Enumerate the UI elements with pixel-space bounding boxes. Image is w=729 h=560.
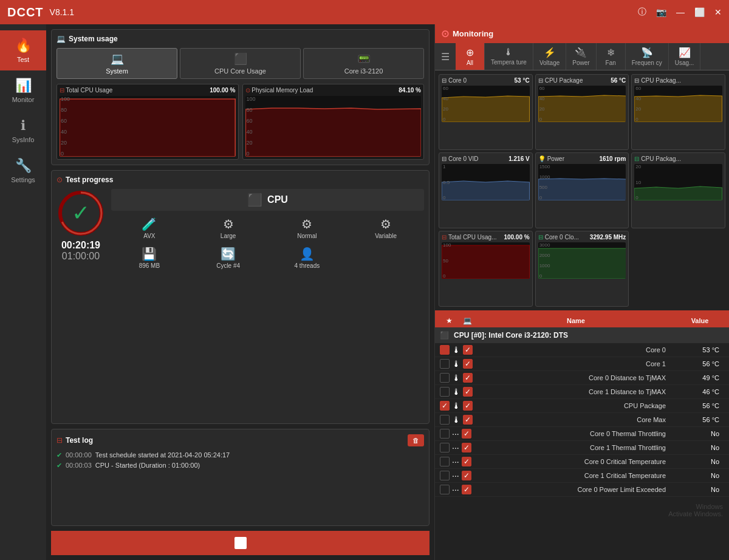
stop-icon (234, 537, 247, 549)
row-dots-icon-7: ··· (452, 443, 459, 452)
mini-chart-cpu-package-green: ⊟ CPU Packag... 20100 (631, 152, 725, 228)
mon-tab-temperature[interactable]: 🌡 Tempera ture (485, 43, 533, 70)
power-value: 1610 rpm (599, 155, 626, 162)
sidebar-item-label: Monitor (12, 96, 35, 103)
row-star-8[interactable] (440, 457, 450, 466)
monitor-icon: 📊 (15, 78, 32, 94)
row-temp-icon-0: 🌡 (452, 345, 460, 355)
mon-tab-frequency[interactable]: 📡 Frequen cy (626, 43, 669, 70)
sidebar-item-test[interactable]: 🔥 Test (0, 30, 46, 70)
row-temp-icon-1: 🌡 (452, 359, 460, 369)
row-check-4[interactable]: ✓ (463, 401, 473, 411)
table-row: ··· ✓ Core 0 Critical Temperature No (435, 455, 729, 469)
freq-tab-label: Frequen cy (632, 60, 662, 66)
monitoring-title: Monitoring (453, 29, 493, 38)
test-progress-title: Test progress (66, 176, 113, 184)
row-star-0[interactable] (440, 345, 450, 355)
screenshot-button[interactable]: 📷 (656, 7, 666, 17)
test-log-title: Test log (66, 436, 93, 445)
row-check-9[interactable]: ✓ (462, 471, 471, 480)
mon-tab-voltage[interactable]: ⚡ Voltage (533, 43, 566, 70)
cpu-package2-name: ⊟ CPU Packag... (634, 77, 681, 84)
table-row: ··· ✓ Core 1 Thermal Throttling No (435, 441, 729, 455)
temp-tab-icon: 🌡 (504, 47, 513, 58)
row-star-3[interactable] (440, 387, 450, 397)
param-large: ⚙ Large (190, 214, 267, 242)
minimize-button[interactable]: — (676, 7, 685, 17)
name-col-header: Name (476, 317, 676, 324)
total-cpu-y-labels: 100500 (443, 242, 451, 279)
param-variable: ⚙ Variable (347, 214, 424, 242)
mon-tab-fan[interactable]: ❄ Fan (597, 43, 626, 70)
monitoring-header: ⊙ Monitoring (435, 24, 729, 43)
right-panel: ⊙ Monitoring ☰ ⊕ All 🌡 Tempera ture ⚡ Vo… (435, 24, 729, 560)
test-icon: 🔥 (15, 38, 32, 53)
mini-chart-total-cpu-header: ⊟ Total CPU Usag... 100.00 % (442, 234, 530, 241)
stop-button[interactable] (51, 531, 430, 555)
tab-cpu-core-usage[interactable]: ⬛ CPU Core Usage (180, 48, 301, 79)
core0-vid-chart-area: 10.50 (442, 164, 530, 200)
sidebar-item-settings[interactable]: 🔧 Settings (0, 151, 46, 191)
mini-chart-core0: ⊟ Core 0 53 °C 6040200 (439, 74, 533, 150)
tab-core-i3[interactable]: 📟 Core i3-2120 (303, 48, 424, 79)
row-star-9[interactable] (440, 471, 450, 480)
monitoring-table: ⬛ CPU [#0]: Intel Core i3-2120: DTS 🌡 ✓ … (435, 327, 729, 560)
table-row: 🌡 ✓ Core Max 56 °C (435, 413, 729, 427)
row-star-2[interactable] (440, 373, 450, 383)
row-temp-icon-4: 🌡 (452, 401, 460, 411)
tab-system[interactable]: 💻 System (56, 48, 177, 79)
mon-tab-all[interactable]: ⊕ All (456, 43, 485, 70)
cpu-usage-chart: ⊟ Total CPU Usage 100.00 % 100806040200 (56, 84, 239, 160)
row-check-6[interactable]: ✓ (462, 429, 471, 439)
log-ok-icon-1: ✔ (56, 462, 62, 470)
core0-y-labels: 6040200 (443, 86, 448, 122)
row-check-0[interactable]: ✓ (463, 345, 473, 355)
row-check-7[interactable]: ✓ (462, 443, 471, 452)
row-star-4[interactable]: ✓ (440, 401, 450, 411)
row-check-1[interactable]: ✓ (463, 359, 473, 369)
cpu-package-y-labels: 6040200 (539, 86, 545, 122)
cpu-package2-y-labels: 6040200 (635, 86, 641, 122)
cpu-package-chart-area: 6040200 (538, 86, 626, 122)
row-name-2: Core 0 Distance to TjMAX (475, 374, 676, 381)
row-star-5[interactable] (440, 415, 450, 425)
row-star-10[interactable] (440, 485, 450, 494)
svg-marker-1 (245, 108, 422, 157)
settings-icon: 🔧 (15, 158, 32, 174)
row-check-10[interactable]: ✓ (462, 485, 471, 494)
mon-tab-usage[interactable]: 📈 Usag... (669, 43, 701, 70)
close-button[interactable]: ✕ (714, 7, 722, 17)
watermark: WindowsActivate Windows. (435, 497, 729, 524)
mon-table-header: ★ 💻 Name Value (435, 314, 729, 327)
core-i3-tab-icon: 📟 (357, 52, 371, 66)
info-button[interactable]: ⓘ (638, 7, 646, 18)
power-y-labels: 150010005000 (539, 164, 550, 200)
log-entry-0: ✔ 00:00:00 Test schedule started at 2021… (56, 450, 424, 460)
param-avx: 🧪 AVX (111, 214, 188, 242)
progress-check-icon: ✓ (72, 200, 90, 226)
log-clear-button[interactable]: 🗑 (408, 434, 424, 446)
mon-tab-power[interactable]: 🔌 Power (566, 43, 596, 70)
progress-circle: ✓ (56, 189, 105, 237)
row-star-1[interactable] (440, 359, 450, 369)
sidebar-item-sysinfo[interactable]: ℹ SysInfo (0, 111, 46, 151)
row-check-3[interactable]: ✓ (463, 387, 473, 397)
mon-menu-button[interactable]: ☰ (435, 43, 456, 70)
sidebar-item-monitor[interactable]: 📊 Monitor (0, 70, 46, 111)
svg-marker-10 (442, 245, 530, 279)
core0-chart-area: 6040200 (442, 86, 530, 122)
mon-group-header: ⬛ CPU [#0]: Intel Core i3-2120: DTS (435, 327, 729, 343)
row-check-8[interactable]: ✓ (462, 457, 471, 466)
avx-icon: 🧪 (142, 217, 157, 231)
maximize-button[interactable]: ⬜ (694, 7, 705, 17)
avx-label: AVX (143, 233, 155, 239)
monitoring-header-icon: ⊙ (441, 28, 449, 39)
test-log-icon: ⊟ (56, 436, 63, 445)
mini-chart-core0-clock: ⊟ Core 0 Clo... 3292.95 MHz 300020001000… (535, 231, 629, 307)
row-check-2[interactable]: ✓ (463, 373, 473, 383)
param-normal: ⚙ Normal (269, 214, 346, 242)
memory-y-labels: 100806040200 (247, 96, 256, 157)
row-check-5[interactable]: ✓ (463, 415, 473, 425)
row-star-7[interactable] (440, 443, 450, 452)
row-star-6[interactable] (440, 429, 450, 439)
